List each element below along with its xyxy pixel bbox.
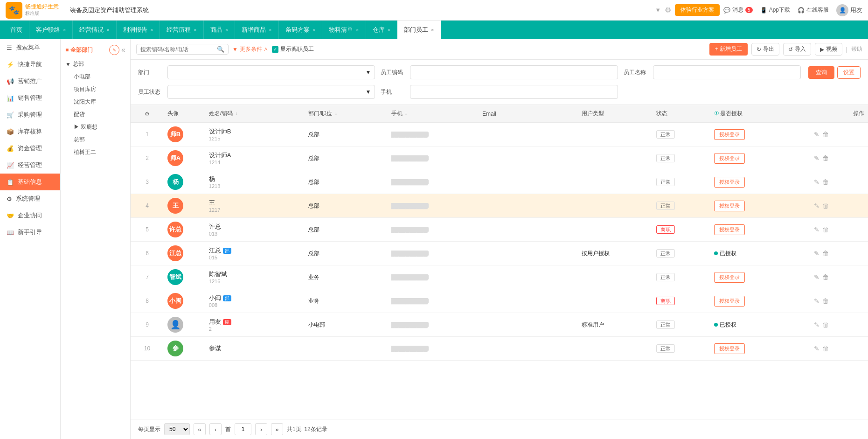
sidebar-item-basic[interactable]: 📋 基础信息 [0,174,60,190]
delete-icon[interactable]: 🗑 [822,154,829,162]
auth-button[interactable]: 授权登录 [714,296,745,307]
dept-slx[interactable]: ▶ 双鹿想 [61,121,130,133]
auth-button[interactable]: 授权登录 [714,224,745,235]
filter-empcode-input[interactable] [410,65,618,79]
edit-icon[interactable]: ✎ [814,131,819,138]
delete-icon[interactable]: 🗑 [822,297,829,305]
sidebar-item-purchase[interactable]: 🛒 采购管理 [0,106,60,123]
app-download-button[interactable]: 📱 App下载 [760,6,790,14]
search-input[interactable] [140,46,215,53]
tab-goods[interactable]: 商品 × [204,21,235,39]
try-button[interactable]: 体验行业方案 [675,4,720,16]
dropdown-icon[interactable]: ▼ [655,7,661,14]
tab-home[interactable]: 首页 [4,21,29,39]
dept-xdb[interactable]: 小电部 [61,70,130,83]
dept-xmkf[interactable]: 项目库房 [61,83,130,96]
delete-icon[interactable]: 🗑 [822,321,829,328]
page-number-input[interactable] [235,423,251,435]
edit-icon[interactable]: ✎ [814,154,819,162]
more-filter-button[interactable]: ▼ 更多条件 ∧ [232,45,268,53]
export-button[interactable]: ↻ 导出 [751,43,779,56]
first-page-button[interactable]: « [194,423,206,435]
next-page-button[interactable]: › [255,423,267,435]
filter-dept-select[interactable]: ▼ [167,65,375,79]
auth-button[interactable]: 授权登录 [714,177,745,188]
filter-empname-input[interactable] [653,65,801,79]
settings-icon[interactable]: ⚙ [665,6,671,14]
edit-icon[interactable]: ✎ [814,297,819,305]
import-button[interactable]: ↺ 导入 [783,43,811,56]
col-dept-header[interactable]: 部门/职位 ↕ [305,105,388,123]
show-inactive-checkbox[interactable]: ✓ [272,46,278,53]
sidebar-item-collab[interactable]: 🤝 企业协同 [0,207,60,224]
tab-customer[interactable]: 客户联络 × [29,21,73,39]
sidebar-item-guide[interactable]: 📖 新手引导 [0,224,60,241]
tab-operation[interactable]: 经营情况 × [73,21,116,39]
auth-button[interactable]: 授权登录 [714,153,745,164]
edit-icon[interactable]: ✎ [814,250,819,257]
message-button[interactable]: 💬 消息 5 [723,6,753,14]
delete-icon[interactable]: 🗑 [822,345,829,352]
tab-profit[interactable]: 利润报告 × [117,21,160,39]
edit-icon[interactable]: ✎ [814,273,819,281]
tab-new-goods[interactable]: 新增商品 × [235,21,278,39]
add-employee-button[interactable]: + 新增员工 [709,43,748,56]
help-btn[interactable]: 帮助 [851,45,862,53]
auth-button[interactable]: 授权登录 [714,343,745,354]
employee-code: 013 [209,231,301,237]
gear-icon[interactable]: ⚙ [145,111,150,117]
sidebar-item-business[interactable]: 📈 经营管理 [0,157,60,174]
edit-icon[interactable]: ✎ [814,321,819,328]
dept-sydl[interactable]: 沈阳大库 [61,96,130,108]
auth-button[interactable]: 授权登录 [714,129,745,140]
delete-icon[interactable]: 🗑 [822,202,829,209]
tab-barcode[interactable]: 条码方案 × [279,21,322,39]
col-name-header[interactable]: 姓名/编码 ↕ [205,105,305,123]
delete-icon[interactable]: 🗑 [822,250,829,257]
tab-warehouse[interactable]: 仓库 × [366,21,397,39]
sidebar-item-system[interactable]: ⚙ 系统管理 [0,190,60,207]
show-inactive-toggle[interactable]: ✓ 显示离职员工 [272,45,314,53]
filter-phone-input[interactable] [410,85,618,99]
filter-empstatus-select[interactable]: ▼ [167,85,375,99]
name-cell: 设计师A 1214 [205,146,305,170]
all-dept-label[interactable]: ■ 全部部门 [65,46,109,54]
tab-history[interactable]: 经营历程 × [160,21,203,39]
usertype-cell [578,194,653,218]
edit-icon[interactable]: ✎ [814,226,819,233]
delete-icon[interactable]: 🗑 [822,131,829,138]
edit-icon[interactable]: ✎ [814,202,819,209]
edit-icon[interactable]: ✎ [814,178,819,186]
sidebar-item-marketing[interactable]: 📢 营销推广 [0,73,60,90]
sidebar-item-sales[interactable]: 📊 销售管理 [0,90,60,106]
set-button[interactable]: 设置 [837,66,861,79]
online-service-button[interactable]: 🎧 在线客服 [798,6,829,14]
tab-material[interactable]: 物料清单 × [322,21,366,39]
dept-zb[interactable]: 总部 [61,133,130,146]
delete-icon[interactable]: 🗑 [822,273,829,281]
delete-icon[interactable]: 🗑 [822,226,829,233]
user-button[interactable]: 👤 用友 [836,4,862,16]
dept-edit-icon[interactable]: ✎ [109,45,119,55]
query-button[interactable]: 查询 [808,66,834,79]
tab-dept-staff[interactable]: 部门员工 × [397,21,441,39]
sidebar-item-quick[interactable]: ⚡ 快捷导航 [0,56,60,73]
auth-button[interactable]: 授权登录 [714,272,745,283]
page-size-select[interactable]: 50 100 [164,423,190,435]
sidebar-item-finance[interactable]: 💰 资金管理 [0,140,60,157]
last-page-button[interactable]: » [271,423,283,435]
dept-hq[interactable]: ▼ 总部 [61,58,130,70]
edit-icon[interactable]: ✎ [814,345,819,352]
prev-page-button[interactable]: ‹ [209,423,222,435]
sidebar-item-search[interactable]: ☰ 搜索菜单 [0,39,60,56]
search-icon[interactable]: 🔍 [217,46,224,53]
col-phone-header[interactable]: 手机 ↕ [388,105,479,123]
dept-ph[interactable]: 配货 [61,108,130,121]
sidebar-item-inventory[interactable]: 📦 库存核算 [0,123,60,140]
delete-icon[interactable]: 🗑 [822,178,829,186]
view-button[interactable]: ▶ 视频 [815,43,842,56]
col-settings[interactable]: ⚙ [131,105,164,123]
dept-collapse-icon[interactable]: « [121,46,125,54]
dept-zsw[interactable]: 植树王二 [61,146,130,159]
auth-button[interactable]: 授权登录 [714,201,745,211]
